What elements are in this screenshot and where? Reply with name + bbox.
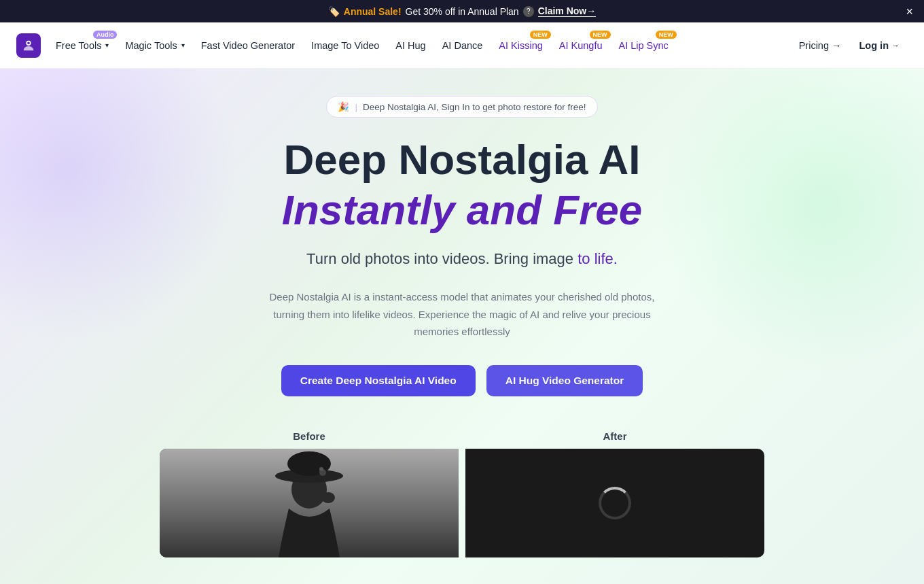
hero-title: Deep Nostalgia AI — [284, 137, 641, 183]
chevron-down-icon: ▾ — [105, 41, 109, 49]
tag-icon: 🏷️ — [328, 6, 340, 17]
logo-icon — [16, 33, 41, 58]
nav-fast-video[interactable]: Fast Video Generator — [194, 35, 302, 56]
hero-description: Deep Nostalgia AI is a instant-access mo… — [258, 288, 666, 341]
badge-divider: | — [355, 102, 357, 112]
create-video-button[interactable]: Create Deep Nostalgia AI Video — [281, 365, 476, 396]
ai-lip-sync-badge: NEW — [656, 31, 677, 39]
badge-text: Deep Nostalgia AI, Sign In to get photo … — [363, 102, 586, 112]
logo[interactable] — [16, 33, 41, 58]
badge-emoji: 🎉 — [338, 101, 349, 112]
after-image — [465, 449, 764, 557]
free-tools-badge: Audio — [93, 31, 118, 39]
before-label: Before — [293, 430, 325, 442]
ai-hug-button[interactable]: AI Hug Video Generator — [486, 365, 643, 396]
ai-kissing-badge: NEW — [530, 31, 551, 39]
pricing-arrow: → — [832, 40, 842, 51]
sale-label: Annual Sale! — [344, 6, 402, 17]
navbar: Free Tools ▾ Audio Magic Tools ▾ Fast Vi… — [0, 22, 924, 69]
hero-subtitle: Turn old photos into videos. Bring image… — [306, 250, 618, 268]
nav-ai-lip-sync[interactable]: AI Lip Sync NEW — [612, 35, 675, 56]
ai-kungfu-badge: NEW — [590, 31, 611, 39]
svg-point-8 — [319, 467, 323, 471]
after-column: After — [462, 430, 768, 557]
before-image-inner — [160, 449, 459, 557]
login-button[interactable]: Log in → — [851, 35, 908, 56]
nav-ai-kungfu[interactable]: AI Kungfu NEW — [552, 35, 609, 56]
info-icon: ? — [523, 6, 534, 17]
before-after-section: Before — [156, 430, 768, 557]
nav-free-tools[interactable]: Free Tools ▾ Audio — [49, 35, 116, 56]
loading-spinner — [599, 487, 631, 519]
hero-badge[interactable]: 🎉 | Deep Nostalgia AI, Sign In to get ph… — [326, 96, 597, 118]
before-column: Before — [156, 430, 462, 557]
login-arrow: → — [891, 41, 900, 50]
svg-point-6 — [321, 492, 335, 503]
hero-content: 🎉 | Deep Nostalgia AI, Sign In to get ph… — [156, 96, 768, 557]
svg-point-1 — [27, 41, 30, 44]
announcement-description: Get 30% off in Annual Plan — [406, 6, 519, 17]
announcement-bar: 🏷️ Annual Sale! Get 30% off in Annual Pl… — [0, 0, 924, 22]
nav-pricing[interactable]: Pricing → — [792, 35, 849, 56]
nav-magic-tools[interactable]: Magic Tools ▾ — [118, 35, 191, 56]
chevron-down-icon-magic: ▾ — [181, 41, 185, 49]
nav-ai-kissing[interactable]: AI Kissing NEW — [492, 35, 549, 56]
nav-ai-dance[interactable]: AI Dance — [436, 35, 490, 56]
hero-buttons: Create Deep Nostalgia AI Video AI Hug Vi… — [281, 365, 643, 396]
after-label: After — [603, 430, 626, 442]
hero-title-colored: Instantly and Free — [282, 186, 643, 234]
hero-section: 🎉 | Deep Nostalgia AI, Sign In to get ph… — [0, 69, 924, 584]
claim-now-link[interactable]: Claim Now→ — [538, 5, 597, 17]
before-image — [160, 449, 459, 557]
before-image-svg — [160, 449, 459, 557]
announcement-close-button[interactable]: × — [906, 5, 913, 18]
nav-ai-hug[interactable]: AI Hug — [389, 35, 432, 56]
nav-image-to-video[interactable]: Image To Video — [304, 35, 386, 56]
